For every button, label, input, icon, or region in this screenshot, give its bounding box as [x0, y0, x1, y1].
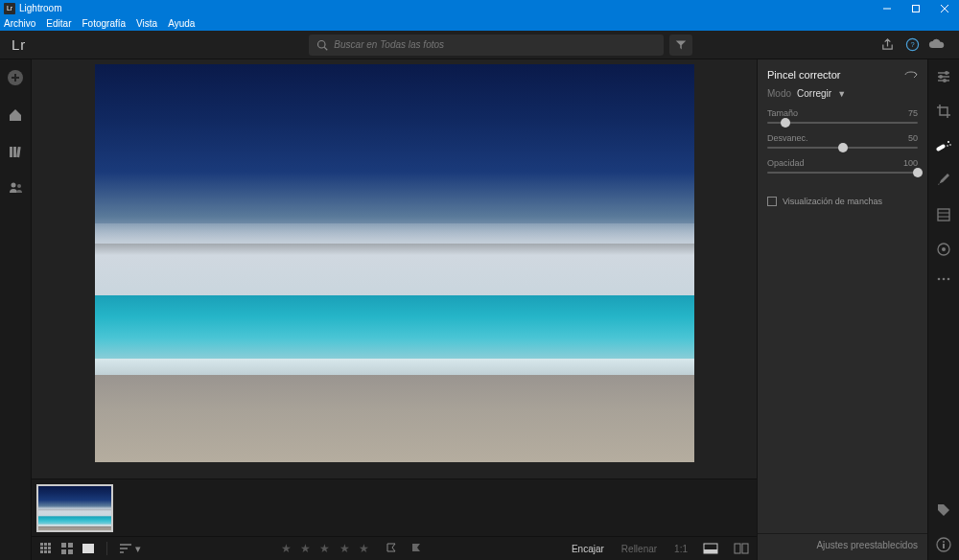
- close-button[interactable]: [930, 0, 959, 16]
- svg-rect-47: [938, 209, 949, 221]
- svg-rect-35: [735, 544, 740, 553]
- edit-sliders-icon[interactable]: [936, 69, 951, 84]
- svg-point-53: [943, 278, 946, 281]
- filmstrip: [32, 478, 757, 536]
- svg-point-52: [938, 278, 941, 281]
- tag-icon[interactable]: [936, 502, 951, 518]
- svg-rect-34: [704, 549, 717, 553]
- sort-button[interactable]: ▾: [119, 543, 141, 555]
- slider-opacity[interactable]: Opacidad100: [767, 158, 918, 174]
- canvas[interactable]: [32, 59, 757, 478]
- svg-rect-27: [61, 549, 66, 554]
- svg-rect-57: [943, 544, 945, 548]
- svg-rect-36: [742, 544, 748, 553]
- app-logo: Lr: [12, 36, 26, 53]
- flag-pick-icon[interactable]: [386, 543, 397, 554]
- menu-ayuda[interactable]: Ayuda: [168, 18, 195, 29]
- bottom-bar: ▾ ★ ★ ★ ★ ★ Encajar Rellenar 1:1: [32, 536, 757, 560]
- presets-button[interactable]: Ajustes preestablecidos: [758, 533, 927, 550]
- svg-point-42: [943, 79, 947, 82]
- svg-text:?: ?: [910, 40, 914, 49]
- svg-rect-13: [16, 147, 21, 157]
- reset-icon[interactable]: [904, 70, 918, 80]
- zoom-fit[interactable]: Encajar: [572, 544, 604, 554]
- linear-gradient-icon[interactable]: [936, 207, 951, 222]
- svg-point-4: [318, 40, 326, 48]
- svg-rect-43: [936, 144, 947, 152]
- zoom-fill[interactable]: Rellenar: [621, 544, 657, 554]
- single-view-icon[interactable]: [82, 542, 95, 555]
- svg-point-51: [942, 247, 946, 251]
- compare-icon[interactable]: [734, 543, 749, 554]
- menu-archivo[interactable]: Archivo: [4, 18, 35, 29]
- svg-rect-17: [44, 543, 47, 546]
- menu-editar[interactable]: Editar: [46, 18, 71, 29]
- filmstrip-toggle-icon[interactable]: [703, 543, 718, 554]
- search-box[interactable]: [309, 35, 664, 56]
- svg-rect-19: [40, 547, 43, 549]
- grid-large-icon[interactable]: [60, 542, 74, 555]
- slider-size[interactable]: Tamaño75: [767, 108, 918, 124]
- svg-point-14: [12, 183, 16, 188]
- svg-point-38: [945, 71, 948, 75]
- thumbnail[interactable]: [36, 484, 113, 532]
- photo-preview: [95, 64, 694, 462]
- mode-selector[interactable]: Modo Corregir ▼: [767, 88, 918, 99]
- healing-brush-icon[interactable]: [935, 138, 952, 153]
- svg-rect-22: [40, 550, 43, 553]
- svg-point-54: [947, 278, 950, 281]
- flag-reject-icon[interactable]: [410, 543, 422, 554]
- svg-rect-21: [48, 547, 51, 549]
- checkbox-icon: [767, 197, 777, 206]
- radial-gradient-icon[interactable]: [936, 242, 951, 257]
- window-titlebar: Lr Lightroom: [0, 0, 959, 16]
- menu-bar: Archivo Editar Fotografía Vista Ayuda: [0, 16, 959, 31]
- app-icon: Lr: [4, 3, 15, 14]
- mode-label: Modo: [767, 88, 791, 99]
- share-button[interactable]: [875, 37, 900, 52]
- svg-rect-28: [68, 549, 73, 554]
- svg-point-15: [17, 184, 21, 188]
- top-toolbar: Lr ?: [0, 31, 959, 59]
- svg-rect-1: [913, 5, 920, 12]
- cloud-sync-icon[interactable]: [924, 37, 949, 52]
- more-icon[interactable]: [936, 276, 951, 282]
- info-icon[interactable]: [936, 537, 951, 552]
- people-icon[interactable]: [8, 180, 23, 196]
- zoom-ratio[interactable]: 1:1: [674, 544, 688, 554]
- svg-point-40: [939, 75, 943, 79]
- svg-line-5: [325, 47, 328, 50]
- svg-rect-24: [48, 550, 51, 553]
- filter-button[interactable]: [669, 35, 692, 56]
- svg-point-45: [949, 144, 951, 146]
- crop-icon[interactable]: [936, 104, 951, 119]
- maximize-button[interactable]: [901, 0, 930, 16]
- add-button[interactable]: [7, 69, 24, 86]
- svg-point-56: [943, 541, 945, 543]
- left-rail: [0, 59, 32, 560]
- grid-small-icon[interactable]: [39, 542, 53, 555]
- svg-rect-26: [68, 543, 73, 548]
- healing-brush-panel: Pincel corrector Modo Corregir ▼ Tamaño7…: [757, 59, 927, 560]
- library-icon[interactable]: [8, 144, 23, 159]
- minimize-button[interactable]: [873, 0, 901, 16]
- svg-rect-25: [61, 543, 66, 548]
- brush-icon[interactable]: [936, 173, 951, 188]
- visualize-spots-checkbox[interactable]: Visualización de manchas: [767, 197, 918, 206]
- divider: [106, 542, 107, 555]
- slider-feather[interactable]: Desvanec.50: [767, 133, 918, 149]
- menu-fotografia[interactable]: Fotografía: [82, 18, 126, 29]
- window-title: Lightroom: [19, 3, 61, 13]
- svg-rect-18: [48, 543, 51, 546]
- help-button[interactable]: ?: [900, 37, 924, 52]
- rating-stars[interactable]: ★ ★ ★ ★ ★: [281, 542, 372, 555]
- svg-rect-11: [10, 147, 12, 157]
- svg-point-46: [947, 145, 948, 147]
- menu-vista[interactable]: Vista: [136, 18, 157, 29]
- svg-rect-29: [82, 544, 94, 553]
- search-input[interactable]: [334, 39, 656, 50]
- svg-point-44: [947, 141, 949, 143]
- home-icon[interactable]: [8, 107, 23, 123]
- svg-rect-12: [13, 147, 16, 157]
- svg-rect-16: [40, 543, 43, 546]
